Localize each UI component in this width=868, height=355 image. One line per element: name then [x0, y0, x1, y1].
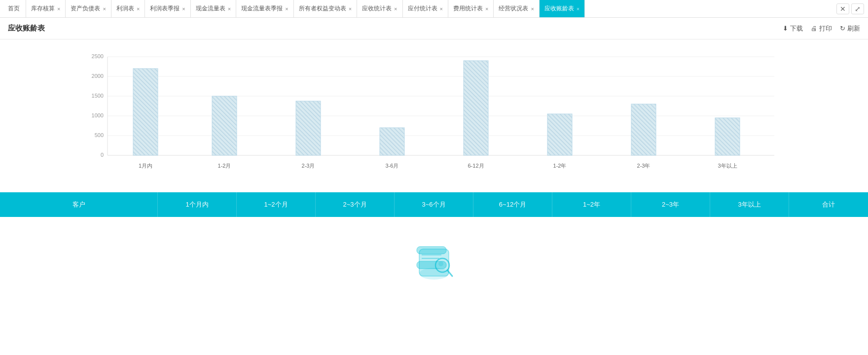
bar-1-2year	[547, 114, 572, 155]
tab-close-icon[interactable]: ×	[577, 6, 579, 12]
tab-label: 经营状况表	[499, 4, 528, 13]
table-header-cell: 6~12个月	[473, 192, 552, 217]
tab-close-icon[interactable]: ×	[531, 6, 534, 12]
tab-label: 应收账龄表	[544, 4, 574, 13]
tab-bar-actions: ✕ ⤢	[836, 3, 866, 14]
bar-1month	[133, 69, 158, 155]
svg-text:1月内: 1月内	[139, 163, 152, 169]
table-header-cell: 3年以上	[710, 192, 789, 217]
download-icon: ⬇	[783, 25, 788, 32]
tab-close-icon[interactable]: ×	[485, 6, 488, 12]
tab-label: 利润表季报	[150, 4, 180, 13]
tab-home-label: 首页	[8, 4, 20, 13]
table-header: 客户1个月内1~2个月2~3个月3~6个月6~12个月1~2年2~3年3年以上合…	[0, 192, 868, 217]
tab-ar-aging[interactable]: 应收账龄表×	[540, 0, 585, 18]
tab-home[interactable]: 首页	[2, 0, 26, 18]
table-header-cell: 1~2年	[552, 192, 631, 217]
tab-expense-stats[interactable]: 费用统计表×	[448, 0, 494, 18]
tab-close-icon[interactable]: ×	[349, 6, 352, 12]
table-header-cell: 3~6个月	[395, 192, 473, 217]
bar-3plus-year	[715, 118, 740, 155]
svg-text:3年以上: 3年以上	[718, 163, 737, 169]
tab-profit-quarterly[interactable]: 利润表季报×	[145, 0, 190, 18]
table-header-cell: 客户	[0, 192, 158, 217]
tab-profit-loss[interactable]: 利润表×	[111, 0, 145, 18]
empty-state-icon	[407, 232, 461, 286]
tab-ap-stats[interactable]: 应付统计表×	[403, 0, 448, 18]
page-actions: ⬇ 下载 🖨 打印 ↻ 刷新	[783, 24, 860, 33]
table-header-cell: 2~3个月	[316, 192, 395, 217]
tab-balance-sheet[interactable]: 资产负债表×	[66, 0, 111, 18]
tab-close-icon[interactable]: ×	[394, 6, 397, 12]
refresh-button[interactable]: ↻ 刷新	[840, 24, 860, 33]
bar-2-3month	[296, 101, 321, 155]
tab-cashflow-quarterly[interactable]: 现金流量表季报×	[236, 0, 293, 18]
tab-label: 应付统计表	[408, 4, 437, 13]
svg-rect-25	[417, 247, 446, 254]
refresh-label: 刷新	[847, 24, 860, 33]
tab-close-icon[interactable]: ×	[137, 6, 140, 12]
tab-close-icon[interactable]: ×	[57, 6, 60, 12]
svg-point-31	[438, 261, 443, 266]
tab-close-icon[interactable]: ×	[103, 6, 106, 12]
svg-text:1500: 1500	[92, 93, 104, 99]
table-header-cell: 合计	[789, 192, 868, 217]
print-button[interactable]: 🖨 打印	[811, 24, 832, 33]
table-header-cell: 1~2个月	[237, 192, 316, 217]
tab-label: 资产负债表	[71, 4, 100, 13]
bar-3-6month	[380, 128, 404, 155]
tab-close-icon[interactable]: ×	[228, 6, 231, 12]
tab-label: 费用统计表	[453, 4, 483, 13]
main-content: 2500 2000 1500 1000 500 0	[0, 39, 868, 355]
svg-text:1000: 1000	[92, 112, 104, 118]
tab-label: 现金流量表季报	[241, 4, 283, 13]
tab-label: 应收统计表	[362, 4, 392, 13]
tab-operations[interactable]: 经营状况表×	[494, 0, 539, 18]
svg-text:1-2月: 1-2月	[218, 163, 231, 169]
bar-2-3year	[631, 104, 656, 155]
svg-text:0: 0	[101, 152, 104, 158]
tab-cashflow[interactable]: 现金流量表×	[191, 0, 236, 18]
tab-bar: 首页 库存核算×资产负债表×利润表×利润表季报×现金流量表×现金流量表季报×所有…	[0, 0, 868, 18]
svg-text:6-12月: 6-12月	[468, 163, 484, 169]
svg-text:1-2年: 1-2年	[553, 163, 567, 169]
tab-ar-stats[interactable]: 应收统计表×	[357, 0, 402, 18]
tab-close-icon[interactable]: ×	[182, 6, 185, 12]
svg-text:500: 500	[95, 132, 104, 138]
tab-label: 库存核算	[31, 4, 55, 13]
window-close-button[interactable]: ✕	[836, 3, 849, 14]
tab-label: 所有者权益变动表	[299, 4, 346, 13]
print-label: 打印	[819, 24, 832, 33]
svg-text:2000: 2000	[92, 73, 104, 79]
table-header-cell: 1个月内	[158, 192, 237, 217]
window-maximize-button[interactable]: ⤢	[851, 3, 864, 14]
chart-area: 2500 2000 1500 1000 500 0	[0, 39, 868, 192]
table-header-cell: 2~3年	[631, 192, 710, 217]
download-label: 下载	[790, 24, 803, 33]
tab-label: 现金流量表	[196, 4, 225, 13]
page-title: 应收账龄表	[8, 24, 45, 33]
svg-text:3-6月: 3-6月	[386, 163, 399, 169]
svg-text:2-3月: 2-3月	[302, 163, 315, 169]
empty-state	[0, 217, 868, 355]
bar-6-12month	[464, 61, 488, 155]
tab-close-icon[interactable]: ×	[285, 6, 288, 12]
tab-label: 利润表	[116, 4, 134, 13]
tab-inventory[interactable]: 库存核算×	[26, 0, 66, 18]
tab-equity[interactable]: 所有者权益变动表×	[294, 0, 357, 18]
refresh-icon: ↻	[840, 25, 845, 32]
tab-close-icon[interactable]: ×	[440, 6, 443, 12]
svg-text:2-3年: 2-3年	[637, 163, 651, 169]
page-header: 应收账龄表 ⬇ 下载 🖨 打印 ↻ 刷新	[0, 18, 868, 39]
print-icon: 🖨	[811, 25, 817, 32]
bar-chart-svg: 2500 2000 1500 1000 500 0	[20, 49, 848, 182]
download-button[interactable]: ⬇ 下载	[783, 24, 803, 33]
svg-text:2500: 2500	[92, 53, 104, 59]
bar-1-2month	[212, 96, 237, 155]
